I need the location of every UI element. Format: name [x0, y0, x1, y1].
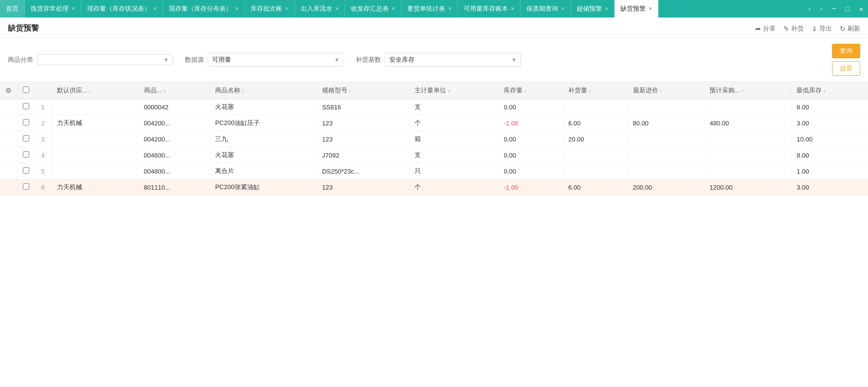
row-checkbox-4[interactable] [23, 167, 29, 174]
tab-close-requisition-stat[interactable]: × [448, 5, 452, 12]
filter-bar: 商品分类 ▼ 数据源 可用量 ▼ 补货基数 安全库存 ▼ 查询 设置 [0, 38, 868, 82]
page-container: 缺货预警 ➦ 分享 ✎ 补货 ⇓ 导出 ↻ 刷新 商品分类 [0, 18, 868, 387]
tab-close-batch-account[interactable]: × [285, 5, 289, 12]
th-product-code-sort-icon[interactable]: ↕ [163, 88, 165, 93]
table-row[interactable]: 5 004800... 离合片 DS250*23c... 只 0.00 1.00 [0, 163, 868, 179]
tab-item-home[interactable]: 首页 [0, 0, 25, 18]
tab-close-expiry-query[interactable]: × [561, 5, 564, 12]
th-replenish-qty-sort-icon[interactable]: ↕ [589, 88, 591, 93]
th-product-name-sort-icon[interactable]: ↕ [242, 88, 244, 93]
row-estimated-purchase [705, 131, 792, 147]
gear-icon[interactable]: ⚙ [5, 87, 12, 94]
replenish-action[interactable]: ✎ 补货 [783, 24, 804, 33]
th-unit-sort-icon[interactable]: ↕ [448, 88, 450, 93]
category-label: 商品分类 [8, 55, 33, 64]
replenish-base-label: 补货基数 [356, 55, 381, 64]
select-all-checkbox[interactable] [23, 87, 29, 93]
tab-item-overstock-warning[interactable]: 超储预警× [571, 0, 615, 18]
th-min-stock-sort-icon[interactable]: ↕ [823, 88, 826, 93]
refresh-action[interactable]: ↻ 刷新 [840, 24, 860, 33]
datasource-label: 数据源 [185, 55, 204, 64]
table-row[interactable]: 4 004600... 火花塞 J7092 支 0.00 8.00 [0, 147, 868, 163]
data-table: ⚙ 默认供应... ↕ 商品... [0, 82, 868, 195]
row-product-name: 三九 [210, 131, 317, 147]
tab-item-inventory-dist[interactable]: 现存量（库存分布表）× [163, 0, 245, 18]
th-spec: 规格型号 ↕ [317, 82, 409, 99]
row-unit: 支 [410, 147, 499, 163]
table-row[interactable]: 1 0000042 火花塞 SS816 支 0.00 8.00 [0, 99, 868, 115]
row-gear-cell [0, 131, 18, 147]
row-estimated-purchase [705, 147, 792, 163]
tab-item-expiry-query[interactable]: 保质期查询× [521, 0, 571, 18]
export-action[interactable]: ⇓ 导出 [812, 24, 832, 33]
row-stock-qty: 0.00 [499, 99, 563, 115]
share-action[interactable]: ➦ 分享 [755, 24, 776, 33]
row-product-name: PC200油缸压子 [210, 115, 317, 131]
row-default-supplier [52, 147, 139, 163]
refresh-icon: ↻ [840, 25, 846, 33]
share-label: 分享 [763, 24, 776, 33]
replenish-base-select[interactable]: 安全库存 ▼ [385, 53, 521, 67]
row-replenish-qty: 6.00 [563, 115, 628, 131]
tab-item-requisition-stat[interactable]: 要货单统计表× [401, 0, 458, 18]
th-stock-qty-label: 库存量 [504, 86, 523, 95]
row-checkbox-5[interactable] [23, 183, 29, 190]
row-gear-cell [0, 147, 18, 163]
th-latest-price-sort-icon[interactable]: ↕ [660, 88, 662, 93]
row-checkbox-1[interactable] [23, 119, 29, 125]
category-select[interactable]: ▼ [37, 54, 173, 65]
row-latest-price: 200.00 [628, 179, 705, 195]
tab-close-overstock-warning[interactable]: × [605, 5, 608, 12]
th-default-supplier-sort-icon[interactable]: ↕ [89, 88, 91, 93]
table-row[interactable]: 2 力天机械 004200... PC200油缸压子 123 个 -1.00 6… [0, 115, 868, 131]
th-estimated-purchase-sort-icon[interactable]: ↕ [741, 88, 744, 93]
row-replenish-qty [563, 163, 628, 179]
row-latest-price: 80.00 [628, 115, 705, 131]
tab-item-abnormal[interactable]: 拣货异常处理× [25, 0, 81, 18]
row-checkbox-0[interactable] [23, 103, 29, 109]
th-spec-label: 规格型号 [322, 86, 347, 95]
datasource-select[interactable]: 可用量 ▼ [208, 53, 344, 67]
replenish-label: 补货 [791, 24, 804, 33]
tab-close-collect-summary[interactable]: × [392, 5, 395, 12]
row-checkbox-2[interactable] [23, 135, 29, 141]
tab-next-btn[interactable]: › [815, 0, 827, 18]
close-window-btn[interactable]: × [854, 0, 868, 18]
row-checkbox-3[interactable] [23, 151, 29, 158]
row-estimated-purchase: 1200.00 [705, 179, 792, 195]
row-replenish-qty: 6.00 [563, 179, 628, 195]
refresh-label: 刷新 [848, 24, 860, 33]
tab-close-inout-flow[interactable]: × [335, 5, 339, 12]
tab-item-collect-summary[interactable]: 收发存汇总表× [345, 0, 401, 18]
th-product-name-label: 商品名称 [215, 86, 240, 95]
th-spec-sort-icon[interactable]: ↕ [349, 88, 351, 93]
settings-button[interactable]: 设置 [832, 61, 860, 76]
tab-item-available-ledger[interactable]: 可用量库存账本× [458, 0, 521, 18]
row-spec: 123 [317, 115, 409, 131]
tab-item-inventory-status[interactable]: 现存量（库存状况表）× [81, 0, 163, 18]
tab-item-batch-account[interactable]: 库存批次账× [245, 0, 295, 18]
row-checkbox-cell [18, 163, 34, 179]
tab-close-available-ledger[interactable]: × [511, 5, 514, 12]
tab-close-abnormal[interactable]: × [72, 5, 75, 12]
row-default-supplier: 力天机械 [52, 179, 139, 195]
row-estimated-purchase [705, 99, 792, 115]
tab-item-inout-flow[interactable]: 出入库流水× [295, 0, 345, 18]
tab-close-shortage-warning[interactable]: × [649, 5, 652, 12]
minimize-btn[interactable]: − [827, 0, 841, 18]
query-button[interactable]: 查询 [832, 44, 860, 58]
maximize-btn[interactable]: □ [841, 0, 854, 18]
th-default-supplier-label: 默认供应... [57, 86, 88, 95]
th-stock-qty-sort-icon[interactable]: ↕ [524, 88, 526, 93]
row-spec: 123 [317, 131, 409, 147]
tab-prev-btn[interactable]: ‹ [804, 0, 815, 18]
th-latest-price-label: 最新进价 [633, 86, 658, 95]
tab-close-inventory-dist[interactable]: × [235, 5, 238, 12]
table-row[interactable]: 3 004200... 三九 123 箱 0.00 20.00 10.00 [0, 131, 868, 147]
tab-close-inventory-status[interactable]: × [153, 5, 157, 12]
table-row[interactable]: 6 力天机械 801110... PC200张紧油缸 123 个 -1.00 6… [0, 179, 868, 195]
table-header-row: ⚙ 默认供应... ↕ 商品... [0, 82, 868, 99]
category-dropdown-icon: ▼ [163, 57, 169, 63]
row-estimated-purchase: 480.00 [705, 115, 792, 131]
tab-item-shortage-warning[interactable]: 缺货预警× [615, 0, 658, 18]
